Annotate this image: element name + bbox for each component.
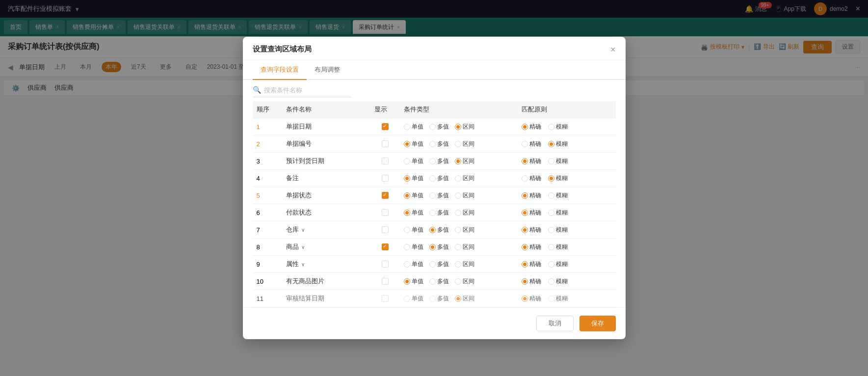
row-2-match-rule: 精确 模糊 bbox=[518, 140, 616, 148]
row-2-display-cell bbox=[370, 140, 400, 147]
row-2-single-radio[interactable]: 单值 bbox=[404, 140, 423, 148]
row-4-exact-radio[interactable]: 精确 bbox=[522, 174, 541, 175]
modal-close-button[interactable]: × bbox=[610, 45, 616, 54]
col-header-order: 顺序 bbox=[253, 105, 282, 114]
row-1-exact-radio[interactable]: 精确 bbox=[522, 123, 541, 131]
search-icon: 🔍 bbox=[253, 86, 261, 94]
row-3-single-radio[interactable]: 单值 bbox=[404, 157, 423, 165]
row-1-single-radio[interactable]: 单值 bbox=[404, 123, 423, 131]
row-4-match-rule: 精确 模糊 bbox=[518, 174, 616, 175]
table-row: 2 单据编号 单值 多值 bbox=[253, 135, 616, 153]
row-1-single-circle bbox=[404, 124, 410, 130]
col-header-name: 条件名称 bbox=[282, 105, 370, 114]
col-header-display: 显示 bbox=[370, 105, 400, 114]
search-input[interactable] bbox=[264, 86, 342, 94]
row-3-display-cell bbox=[370, 158, 400, 164]
row-1-exact-circle bbox=[522, 124, 528, 130]
row-2-multi-circle bbox=[429, 141, 436, 147]
row-4-name: 备注 bbox=[282, 174, 370, 175]
row-4-multi-radio[interactable]: 多值 bbox=[429, 174, 449, 175]
table-row: 4 备注 单值 多值 bbox=[253, 170, 616, 175]
row-2-multi-radio[interactable]: 多值 bbox=[429, 140, 449, 148]
row-1-match-rule: 精确 模糊 bbox=[518, 123, 616, 131]
tab-layout-adjust[interactable]: 布局调整 bbox=[307, 60, 348, 80]
row-3-exact-radio[interactable]: 精确 bbox=[522, 157, 541, 165]
row-3-fuzzy-radio[interactable]: 模糊 bbox=[548, 157, 568, 165]
row-3-multi-radio[interactable]: 多值 bbox=[429, 157, 449, 165]
row-3-cond-type: 单值 多值 区间 bbox=[400, 157, 518, 165]
row-4-single-radio[interactable]: 单值 bbox=[404, 174, 423, 175]
row-1-fuzzy-circle bbox=[548, 124, 554, 130]
row-2-name: 单据编号 bbox=[282, 139, 370, 148]
row-1-cond-type: 单值 多值 区间 bbox=[400, 123, 518, 131]
modal-search-area: 🔍 bbox=[243, 80, 626, 101]
col-header-cond-type: 条件类型 bbox=[400, 105, 518, 114]
modal-dialog: 设置查询区域布局 × 查询字段设置 布局调整 🔍 顺序 条件名称 bbox=[243, 37, 626, 175]
row-2-exact-radio[interactable]: 精确 bbox=[522, 140, 541, 148]
row-1-range-circle bbox=[455, 124, 461, 130]
row-4-num: 4 bbox=[253, 175, 282, 175]
col-header-match-rule: 匹配原则 bbox=[518, 105, 616, 114]
modal-tabs: 查询字段设置 布局调整 bbox=[243, 60, 626, 80]
row-3-display-checkbox[interactable] bbox=[382, 158, 389, 164]
row-1-display-checkbox[interactable] bbox=[382, 123, 389, 130]
row-1-multi-radio[interactable]: 多值 bbox=[429, 123, 449, 131]
row-1-name: 单据日期 bbox=[282, 122, 370, 131]
row-3-fuzzy-circle bbox=[548, 158, 554, 164]
modal-table: 顺序 条件名称 显示 条件类型 匹配原则 1 单据日期 单值 bbox=[243, 101, 626, 175]
row-2-range-circle bbox=[455, 141, 461, 147]
row-3-match-rule: 精确 模糊 bbox=[518, 157, 616, 165]
row-3-range-circle bbox=[455, 158, 461, 164]
table-row: 3 预计到货日期 单值 多值 bbox=[253, 153, 616, 170]
row-2-num: 2 bbox=[253, 140, 282, 148]
row-3-num: 3 bbox=[253, 158, 282, 165]
row-1-multi-circle bbox=[429, 124, 436, 130]
row-3-range-radio[interactable]: 区间 bbox=[455, 157, 474, 165]
row-3-single-circle bbox=[404, 158, 410, 164]
row-3-multi-circle bbox=[429, 158, 436, 164]
row-2-range-radio[interactable]: 区间 bbox=[455, 140, 474, 148]
row-2-exact-circle bbox=[522, 141, 528, 147]
row-2-display-checkbox[interactable] bbox=[382, 140, 389, 147]
row-4-range-radio[interactable]: 区间 bbox=[455, 174, 474, 175]
row-2-cond-type: 单值 多值 区间 bbox=[400, 140, 518, 148]
modal-title: 设置查询区域布局 bbox=[253, 45, 312, 54]
tab-field-settings[interactable]: 查询字段设置 bbox=[253, 60, 307, 80]
row-2-fuzzy-circle bbox=[548, 141, 554, 147]
row-1-fuzzy-radio[interactable]: 模糊 bbox=[548, 123, 568, 131]
row-4-fuzzy-radio[interactable]: 模糊 bbox=[548, 174, 568, 175]
row-1-display-cell bbox=[370, 123, 400, 130]
row-4-cond-type: 单值 多值 区间 bbox=[400, 174, 518, 175]
table-column-headers: 顺序 条件名称 显示 条件类型 匹配原则 bbox=[253, 101, 616, 118]
row-2-fuzzy-radio[interactable]: 模糊 bbox=[548, 140, 568, 148]
row-3-exact-circle bbox=[522, 158, 528, 164]
row-1-num: 1 bbox=[253, 123, 282, 131]
row-2-single-circle bbox=[404, 141, 410, 147]
table-row: 1 单据日期 单值 多值 bbox=[253, 118, 616, 135]
modal-overlay: 设置查询区域布局 × 查询字段设置 布局调整 🔍 顺序 条件名称 bbox=[0, 0, 868, 175]
search-box: 🔍 bbox=[253, 86, 351, 97]
modal-header: 设置查询区域布局 × bbox=[243, 37, 626, 60]
row-1-range-radio[interactable]: 区间 bbox=[455, 123, 474, 131]
row-3-name: 预计到货日期 bbox=[282, 157, 370, 165]
